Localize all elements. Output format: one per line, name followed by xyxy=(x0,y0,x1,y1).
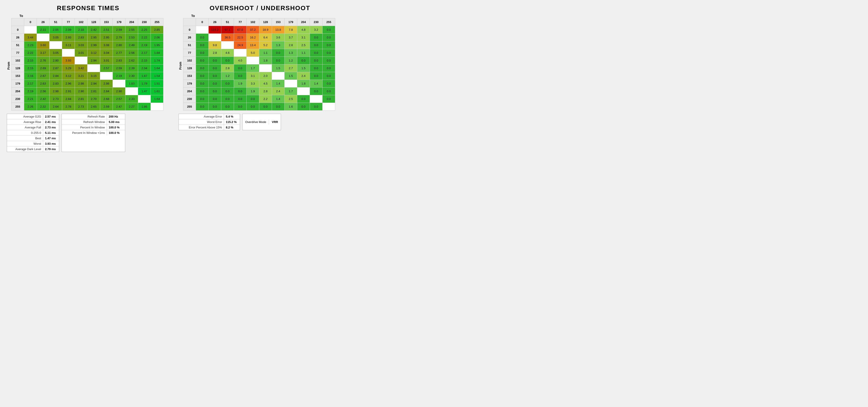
rt-cell: 2.55 xyxy=(125,26,138,34)
ov-cell: 1.5 xyxy=(285,72,297,80)
response-times-panel: RESPONSE TIMES From To 02651771021281531… xyxy=(7,4,169,152)
stats-value: 115.2 % xyxy=(224,119,240,125)
rt-cell: 2.63 xyxy=(37,80,50,88)
ov-cell: 1.4 xyxy=(272,95,285,103)
table-row: 2552.262.322.642.782.732.652.592.472.271… xyxy=(11,103,163,111)
rt-cell: 1.54 xyxy=(151,72,163,80)
ov-cell: 1.5 xyxy=(297,64,310,72)
rt-cell: 2.04 xyxy=(138,64,151,72)
ov-col-header: 204 xyxy=(297,18,310,26)
rt-row-header: 179 xyxy=(11,80,24,88)
rt-cell: 2.81 xyxy=(75,95,88,103)
rt-cell: 2.81 xyxy=(88,88,100,95)
ov-cell: 0.0 xyxy=(322,26,335,34)
stats-row: Refresh Rate200 Hz xyxy=(62,114,125,119)
ov-row-header: 51 xyxy=(183,41,196,49)
stats-label: Refresh Window xyxy=(62,119,107,125)
ov-cell: 3.7 xyxy=(285,34,297,41)
ov-cell: 0.0 xyxy=(322,80,335,88)
rt-cell: 2.83 xyxy=(113,57,125,64)
ov-cell: 5.2 xyxy=(259,41,272,49)
ov-cell: 0.0 xyxy=(247,103,259,111)
ov-cell: 1.8 xyxy=(259,57,272,64)
ov-row-header: 255 xyxy=(183,103,196,111)
stats-row: Error Percent Above 15%8.2 % xyxy=(179,125,240,130)
rt-cell: 2.84 xyxy=(62,95,75,103)
ov-cell: 4.5 xyxy=(259,80,272,88)
stats-value: 2.73 ms xyxy=(43,125,59,130)
rt-cell: 2.79 xyxy=(113,34,125,41)
stats-label: 0-255-0 xyxy=(7,130,43,135)
table-row: 1020.00.00.04.01.80.01.20.00.00.0 xyxy=(183,57,335,64)
rt-cell: 2.30 xyxy=(125,72,138,80)
ov-cell xyxy=(221,41,234,49)
stats-row: 0-255-05.11 ms xyxy=(7,130,59,136)
rt-row-header: 77 xyxy=(11,49,24,57)
rt-cell: 2.57 xyxy=(100,64,113,72)
rt-row-header: 204 xyxy=(11,88,24,95)
ov-cell: 0.0 xyxy=(196,72,209,80)
ov-cell: 2.4 xyxy=(272,88,285,95)
table-row: 02.112.052.092.182.422.512.592.552.252.8… xyxy=(11,26,163,34)
ov-cell: 2.4 xyxy=(297,72,310,80)
ov-row-header: 204 xyxy=(183,88,196,95)
ov-cell: 0.0 xyxy=(209,80,221,88)
rt-cell xyxy=(37,34,50,41)
stats-label: Refresh Rate xyxy=(62,114,107,119)
rt-cell: 2.99 xyxy=(88,41,100,49)
rt-cell: 2.90 xyxy=(113,88,125,95)
rt-cell: 3.03 xyxy=(75,41,88,49)
ov-cell xyxy=(209,34,221,41)
ov-cell: 0.0 xyxy=(196,103,209,111)
rt-cell: 2.32 xyxy=(37,103,50,111)
ov-cell: 1.7 xyxy=(285,88,297,95)
rt-cell: 3.08 xyxy=(100,41,113,49)
rt-col-header: 77 xyxy=(62,18,75,26)
ov-cell: 1.3 xyxy=(285,49,297,57)
rt-cell: 2.91 xyxy=(62,88,75,95)
ov-row-header: 128 xyxy=(183,64,196,72)
stats-value: 2.79 ms xyxy=(43,147,59,152)
ov-cell: 97.1 xyxy=(221,26,234,34)
ov-cell: 0.0 xyxy=(209,88,221,95)
ov-cell: 2.7 xyxy=(285,64,297,72)
table-row: 2040.00.00.00.01.92.82.41.70.00.0 xyxy=(183,88,335,95)
ov-cell: 0.0 xyxy=(196,95,209,103)
ov-row-header: 102 xyxy=(183,57,196,64)
ov-cell: 0.0 xyxy=(196,80,209,88)
rt-col-header: 26 xyxy=(37,18,50,26)
ov-col-header: 128 xyxy=(259,18,272,26)
rt-cell: 1.79 xyxy=(138,80,151,88)
table-row: 1022.152.762.803.932.943.012.832.622.151… xyxy=(11,57,163,64)
ov-cell: 2.8 xyxy=(259,88,272,95)
ov-cell: 0.0 xyxy=(209,64,221,72)
ov-cell: 0.0 xyxy=(297,103,310,111)
rt-cell xyxy=(62,49,75,57)
rt-cell: 1.64 xyxy=(151,95,163,103)
rt-cell: 2.17 xyxy=(24,80,37,88)
rt-col-header: 128 xyxy=(88,18,100,26)
rt-cell xyxy=(100,72,113,80)
ov-cell: 6.4 xyxy=(259,34,272,41)
ov-cell: 4.6 xyxy=(221,49,234,57)
ov-cell: 115.2 xyxy=(209,26,221,34)
stats-row: Average Fall2.73 ms xyxy=(7,125,59,130)
table-row: 1280.00.02.80.01.71.52.71.50.00.0 xyxy=(183,64,335,72)
stats-label: Percent In Window xyxy=(62,125,107,130)
ov-cell: 0.0 xyxy=(196,88,209,95)
rt-cell: 2.59 xyxy=(100,103,113,111)
rt-cell: 2.67 xyxy=(37,72,50,80)
overdrive-value: VRR xyxy=(269,119,281,125)
stats-value: 2.57 ms xyxy=(43,114,59,119)
rt-row-header: 102 xyxy=(11,57,24,64)
ov-cell: 36.5 xyxy=(221,34,234,41)
rt-cell: 2.57 xyxy=(113,95,125,103)
rt-cell: 1.87 xyxy=(138,72,151,80)
rt-cell: 3.93 xyxy=(62,57,75,64)
stats-row: Best1.47 ms xyxy=(7,136,59,141)
rt-cell: 3.60 xyxy=(37,41,50,49)
rt-col-header: 255 xyxy=(151,18,163,26)
rt-cell: 2.98 xyxy=(50,88,62,95)
rt-cell: 2.56 xyxy=(37,88,50,95)
ov-col-header: 179 xyxy=(285,18,297,26)
